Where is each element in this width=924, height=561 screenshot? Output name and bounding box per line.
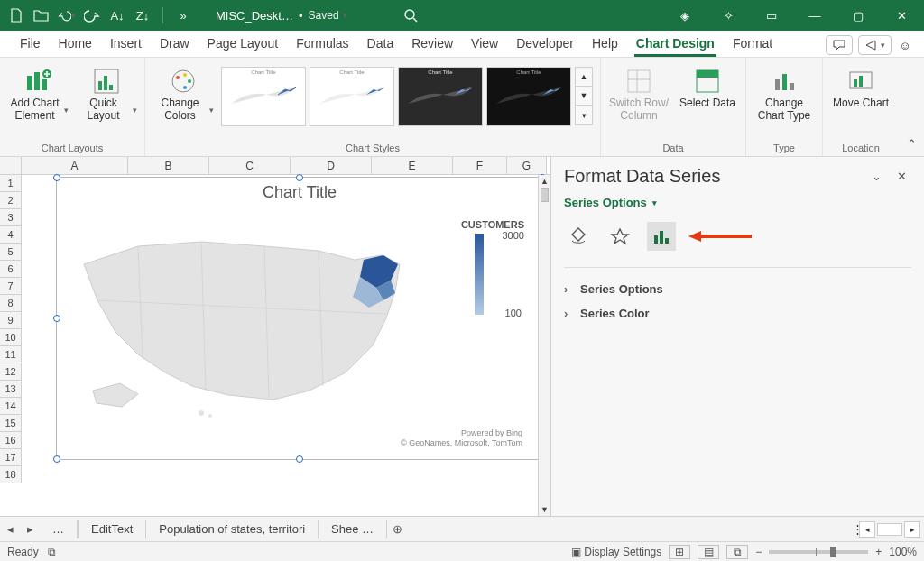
maximize-button[interactable]: ▢	[837, 0, 879, 31]
group-location: Move Chart Location	[823, 58, 899, 156]
row-header[interactable]: 10	[0, 329, 22, 346]
tab-formulas[interactable]: Formulas	[287, 31, 357, 57]
tab-page-layout[interactable]: Page Layout	[199, 31, 288, 57]
display-settings-button[interactable]: ▣ Display Settings	[571, 546, 661, 558]
row-header[interactable]: 17	[0, 449, 22, 466]
col-header[interactable]: A	[22, 157, 128, 174]
row-header[interactable]: 12	[0, 363, 22, 381]
row-header[interactable]: 18	[0, 466, 22, 483]
row-header[interactable]: 7	[0, 278, 22, 295]
tab-home[interactable]: Home	[50, 31, 101, 57]
col-header[interactable]: B	[128, 157, 209, 174]
tab-data[interactable]: Data	[358, 31, 403, 57]
effects-icon[interactable]	[605, 222, 634, 251]
col-header[interactable]: E	[372, 157, 453, 174]
collapse-ribbon-icon[interactable]: ⌃	[907, 137, 917, 151]
comments-button[interactable]	[826, 35, 853, 55]
row-header[interactable]: 15	[0, 415, 22, 432]
col-header[interactable]: F	[453, 157, 507, 174]
series-options-dropdown[interactable]: Series Options▾	[564, 187, 911, 216]
quick-layout-button[interactable]: Quick Layout▾	[76, 63, 137, 123]
embedded-chart[interactable]: Chart Title	[56, 177, 543, 460]
chart-style-4[interactable]: Chart Title	[486, 67, 571, 126]
zoom-in-button[interactable]: +	[875, 546, 882, 558]
undo-icon[interactable]: ▾	[58, 6, 76, 24]
row-header[interactable]: 4	[0, 226, 22, 244]
pane-close-icon[interactable]: ✕	[892, 167, 911, 187]
col-header[interactable]: D	[291, 157, 372, 174]
row-header[interactable]: 14	[0, 398, 22, 415]
zoom-level[interactable]: 100%	[889, 546, 917, 558]
minimize-button[interactable]: —	[794, 0, 836, 31]
search-icon[interactable]	[402, 6, 420, 24]
row-header[interactable]: 13	[0, 381, 22, 398]
row-header[interactable]: 8	[0, 295, 22, 312]
sheet-tab[interactable]: …	[40, 520, 78, 538]
vertical-scrollbar[interactable]: ▲ ▼	[538, 175, 550, 516]
style-gallery-controls[interactable]: ▲▼▾	[575, 67, 593, 125]
page-break-view-button[interactable]: ⧉	[726, 545, 748, 559]
close-button[interactable]: ✕	[881, 0, 922, 31]
tab-file[interactable]: File	[11, 31, 50, 57]
saved-status[interactable]: Saved▾	[309, 9, 347, 22]
row-header[interactable]: 6	[0, 261, 22, 278]
row-header[interactable]: 11	[0, 346, 22, 363]
change-colors-button[interactable]: Change Colors▾	[152, 63, 214, 123]
row-header[interactable]: 2	[0, 192, 22, 209]
move-chart-button[interactable]: Move Chart	[830, 63, 892, 110]
macro-record-icon[interactable]: ⧉	[48, 546, 56, 558]
change-chart-type-button[interactable]: Change Chart Type	[753, 63, 815, 123]
h-scroll-left[interactable]: ◂	[859, 521, 875, 538]
map-chart[interactable]	[66, 210, 445, 427]
h-scroll-track[interactable]	[877, 523, 902, 536]
open-folder-icon[interactable]	[32, 6, 51, 24]
chart-style-2[interactable]: Chart Title	[310, 67, 394, 126]
row-header[interactable]: 5	[0, 244, 22, 261]
sparkle-icon[interactable]: ✧	[707, 0, 749, 31]
fill-line-icon[interactable]	[564, 222, 593, 251]
new-sheet-button[interactable]: ⊕	[387, 522, 407, 536]
row-header[interactable]: 16	[0, 432, 22, 449]
h-scroll-right[interactable]: ▸	[904, 521, 920, 538]
chart-style-3[interactable]: Chart Title	[398, 67, 483, 126]
premium-icon[interactable]: ◈	[664, 0, 706, 31]
section-series-options[interactable]: Series Options	[564, 277, 911, 301]
share-button[interactable]: ▾	[858, 35, 892, 55]
zoom-out-button[interactable]: −	[755, 546, 762, 558]
sheet-nav-next[interactable]: ▸	[20, 522, 40, 536]
tab-view[interactable]: View	[462, 31, 507, 57]
tab-chart-design[interactable]: Chart Design	[627, 31, 724, 57]
sheet-nav-prev[interactable]: ◂	[0, 522, 20, 536]
tab-review[interactable]: Review	[402, 31, 462, 57]
chart-title[interactable]: Chart Title	[57, 178, 542, 207]
cells-area[interactable]: Chart Title	[22, 175, 538, 516]
worksheet-grid[interactable]: A B C D E F G 12345678910111213141516171…	[0, 157, 550, 516]
col-header[interactable]: C	[209, 157, 291, 174]
row-header[interactable]: 9	[0, 312, 22, 329]
sheet-tab[interactable]: Population of states, territori	[146, 520, 319, 538]
new-file-icon[interactable]	[7, 6, 25, 24]
sort-asc-icon: A↓	[108, 6, 126, 24]
page-layout-view-button[interactable]: ▤	[698, 545, 719, 559]
tab-insert[interactable]: Insert	[101, 31, 151, 57]
row-header[interactable]: 1	[0, 175, 22, 192]
series-options-icon[interactable]	[647, 222, 676, 251]
normal-view-button[interactable]: ⊞	[669, 545, 690, 559]
row-header[interactable]: 3	[0, 209, 22, 226]
select-data-button[interactable]: Select Data	[677, 63, 738, 110]
section-series-color[interactable]: Series Color	[564, 301, 911, 326]
sheet-tab[interactable]: EditText	[78, 520, 146, 538]
add-chart-element-button[interactable]: Add Chart Element▾	[7, 63, 69, 123]
zoom-slider[interactable]	[769, 550, 868, 554]
ribbon-display-icon[interactable]: ▭	[751, 0, 792, 31]
tab-help[interactable]: Help	[583, 31, 627, 57]
sheet-tab[interactable]: Shee …	[319, 520, 387, 538]
pane-options-icon[interactable]: ⌄	[866, 167, 886, 187]
account-icon[interactable]: ☺	[897, 39, 913, 52]
overflow-icon[interactable]: »	[174, 6, 192, 24]
tab-format[interactable]: Format	[724, 31, 781, 57]
chart-style-1[interactable]: Chart Title	[221, 67, 306, 126]
col-header[interactable]: G	[507, 157, 547, 174]
tab-developer[interactable]: Developer	[507, 31, 583, 57]
tab-draw[interactable]: Draw	[151, 31, 199, 57]
